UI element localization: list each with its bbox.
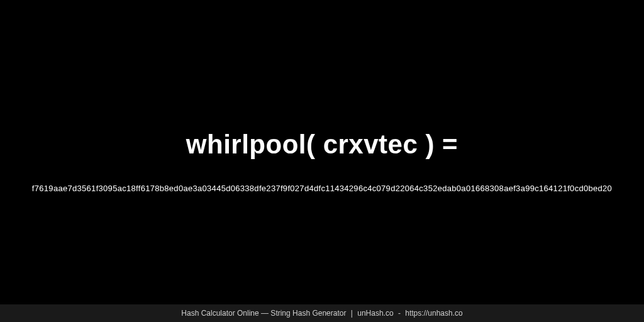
footer-separator-2: -: [396, 309, 403, 318]
main-content: whirlpool( crxvtec ) = f7619aae7d3561f30…: [0, 0, 644, 322]
hash-output: f7619aae7d3561f3095ac18ff6178b8ed0ae3a03…: [32, 184, 612, 193]
footer-site-url[interactable]: https://unhash.co: [405, 309, 462, 318]
footer-site-name[interactable]: unHash.co: [357, 309, 393, 318]
footer-separator: |: [348, 309, 355, 318]
hash-expression: whirlpool( crxvtec ) =: [186, 130, 458, 160]
footer-description: Hash Calculator Online — String Hash Gen…: [181, 309, 346, 318]
footer: Hash Calculator Online — String Hash Gen…: [0, 304, 644, 322]
